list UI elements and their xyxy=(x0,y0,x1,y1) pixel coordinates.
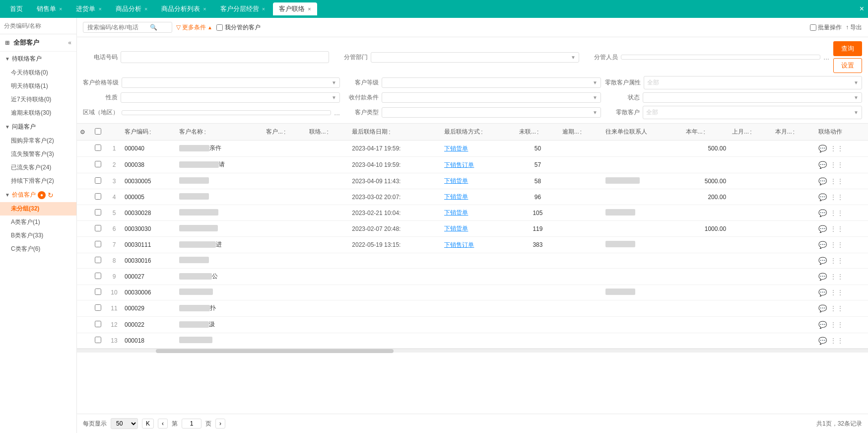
more-action-icon[interactable]: ⋮⋮ xyxy=(830,193,844,201)
sidebar-collapse-btn[interactable]: « xyxy=(68,39,71,46)
row-check[interactable] xyxy=(95,337,101,343)
contact-action-icon[interactable]: 💬 xyxy=(818,257,827,265)
row-checkbox[interactable] xyxy=(92,173,107,189)
row-checkbox[interactable] xyxy=(92,141,107,157)
row-checkbox[interactable] xyxy=(92,317,107,333)
row-check[interactable] xyxy=(95,225,101,231)
col-this-year[interactable]: 本年...: xyxy=(683,124,730,141)
my-customers-check[interactable] xyxy=(216,24,223,31)
row-last-contact-method[interactable]: 下销货单 xyxy=(441,189,516,205)
row-last-contact-method[interactable]: 下销售订单 xyxy=(441,157,516,173)
next-page-btn[interactable]: › xyxy=(215,419,225,429)
sidebar-item-churn-warning[interactable]: 流失预警客户(3) xyxy=(0,147,76,161)
loose-customer-select[interactable]: 全部 ▼ xyxy=(643,106,862,119)
contact-action-icon[interactable]: 💬 xyxy=(818,161,827,169)
sidebar-item-declining[interactable]: 持续下滑客户(2) xyxy=(0,174,76,188)
tab-product-analysis[interactable]: 商品分析 × xyxy=(110,2,153,15)
col-code[interactable]: 客户编码: xyxy=(122,124,176,141)
row-last-contact-method[interactable] xyxy=(441,317,516,333)
col-name[interactable]: 客户名称: xyxy=(176,124,263,141)
page-input[interactable] xyxy=(182,419,201,429)
contact-action-icon[interactable]: 💬 xyxy=(818,321,827,329)
col-no-contact[interactable]: 未联...: xyxy=(516,124,559,141)
sidebar-item-class-b[interactable]: B类客户(33) xyxy=(0,229,76,242)
person-dots[interactable]: ... xyxy=(823,53,829,61)
col-last-contact-method[interactable]: 最后联络方式: xyxy=(441,124,516,141)
row-check[interactable] xyxy=(95,321,101,327)
contact-action-icon[interactable]: 💬 xyxy=(818,209,827,217)
payment-select[interactable]: ▼ xyxy=(382,92,601,103)
settings-icon[interactable]: ⚙ xyxy=(80,129,85,136)
more-action-icon[interactable]: ⋮⋮ xyxy=(830,209,844,217)
checkbox-col[interactable] xyxy=(92,124,107,141)
contact-action-icon[interactable]: 💬 xyxy=(818,273,827,281)
row-checkbox[interactable] xyxy=(92,157,107,173)
refresh-icon[interactable]: ↻ xyxy=(48,191,54,199)
sidebar-item-lost[interactable]: 已流失客户(24) xyxy=(0,161,76,174)
row-checkbox[interactable] xyxy=(92,269,107,285)
more-action-icon[interactable]: ⋮⋮ xyxy=(830,257,844,265)
more-action-icon[interactable]: ⋮⋮ xyxy=(830,273,844,281)
row-check[interactable] xyxy=(95,193,101,200)
col-contact[interactable]: 联络...: xyxy=(306,124,349,141)
col-last-month[interactable]: 上月...: xyxy=(729,124,772,141)
main-search-input[interactable] xyxy=(87,24,147,31)
col-overdue[interactable]: 逾期...: xyxy=(559,124,602,141)
tab-customer-contact[interactable]: 客户联络 × xyxy=(273,2,317,15)
horizontal-scrollbar[interactable] xyxy=(77,349,868,353)
category-search-input[interactable] xyxy=(4,22,77,29)
row-checkbox[interactable] xyxy=(92,205,107,221)
contact-action-icon[interactable]: 💬 xyxy=(818,289,827,296)
row-last-contact-method[interactable] xyxy=(441,300,516,317)
tab-customer-segment[interactable]: 客户分层经营 × xyxy=(214,2,271,15)
close-product-list-tab[interactable]: × xyxy=(203,6,206,12)
more-action-icon[interactable]: ⋮⋮ xyxy=(830,177,844,185)
row-last-contact-method[interactable]: 下销货单 xyxy=(441,173,516,189)
col-last-contact-date[interactable]: 最后联络日期: xyxy=(349,124,441,141)
col-unit-contact[interactable]: 往来单位联系人 xyxy=(602,124,683,141)
contact-action-icon[interactable]: 💬 xyxy=(818,225,827,233)
tab-home[interactable]: 首页 xyxy=(4,2,29,15)
tab-purchase[interactable]: 进货单 × xyxy=(70,2,107,15)
row-check[interactable] xyxy=(95,257,101,263)
close-customer-contact-tab[interactable]: × xyxy=(308,6,311,12)
contact-action-icon[interactable]: 💬 xyxy=(818,337,827,345)
row-check[interactable] xyxy=(95,161,101,167)
more-action-icon[interactable]: ⋮⋮ xyxy=(830,321,844,329)
dept-select[interactable]: ▼ xyxy=(371,52,579,63)
row-last-contact-method[interactable] xyxy=(441,285,516,300)
row-check[interactable] xyxy=(95,289,101,295)
row-checkbox[interactable] xyxy=(92,189,107,205)
reset-btn[interactable]: 设置 xyxy=(833,58,862,73)
customer-level-select[interactable]: ▼ xyxy=(382,77,601,88)
nature-select[interactable]: ▼ xyxy=(121,92,340,103)
contact-action-icon[interactable]: 💬 xyxy=(818,144,827,152)
region-select[interactable] xyxy=(122,110,331,115)
sidebar-item-ungroup[interactable]: 未分组(32) xyxy=(0,202,76,216)
status-select[interactable]: ▼ xyxy=(643,92,862,103)
query-btn[interactable]: 查询 xyxy=(833,41,862,56)
row-last-contact-method[interactable] xyxy=(441,269,516,285)
col-this-month[interactable]: 本月...: xyxy=(772,124,815,141)
batch-operation-btn[interactable]: 批量操作 xyxy=(810,23,842,32)
row-last-contact-method[interactable]: 下销售订单 xyxy=(441,237,516,253)
close-sales-tab[interactable]: × xyxy=(59,6,62,12)
row-checkbox[interactable] xyxy=(92,333,107,349)
contact-action-icon[interactable]: 💬 xyxy=(818,241,827,249)
sidebar-item-class-c[interactable]: C类客户(6) xyxy=(0,242,76,256)
row-last-contact-method[interactable]: 下销货单 xyxy=(441,205,516,221)
settings-col[interactable]: ⚙ xyxy=(77,124,92,141)
window-close-icon[interactable]: × xyxy=(860,4,864,13)
row-check[interactable] xyxy=(95,144,101,151)
row-checkbox[interactable] xyxy=(92,221,107,237)
contact-action-icon[interactable]: 💬 xyxy=(818,304,827,312)
row-check[interactable] xyxy=(95,177,101,184)
close-purchase-tab[interactable]: × xyxy=(98,6,101,12)
row-last-contact-method[interactable] xyxy=(441,333,516,349)
price-level-select[interactable]: ▼ xyxy=(122,77,340,88)
first-page-btn[interactable]: K xyxy=(142,419,154,429)
person-select[interactable] xyxy=(621,55,820,60)
more-conditions-btn[interactable]: ▽ 更多条件 ▲ xyxy=(176,23,212,32)
main-search-icon[interactable]: 🔍 xyxy=(150,24,157,31)
row-last-contact-method[interactable]: 下销货单 xyxy=(441,141,516,157)
